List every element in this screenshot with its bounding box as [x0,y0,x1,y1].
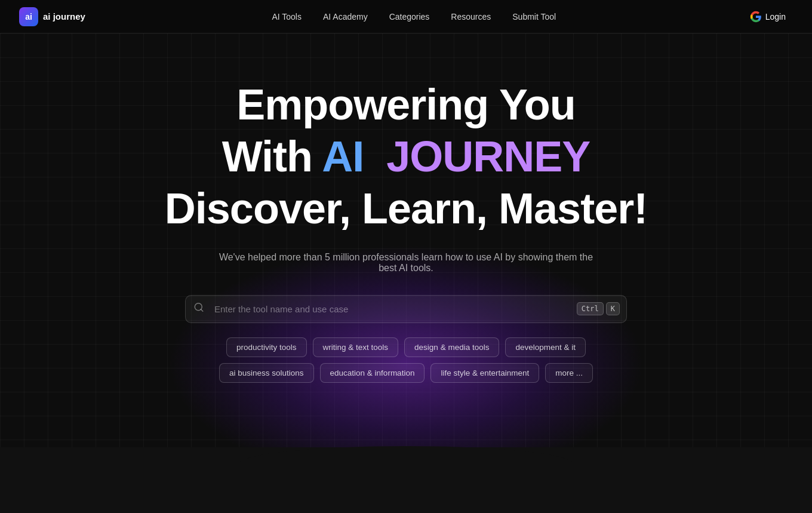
tags-container: productivity tools writing & text tools … [185,337,627,383]
hero-section: Empowering You With AI JOURNEY Discover,… [0,33,812,447]
nav-categories[interactable]: Categories [381,8,438,25]
logo-text: ai journey [43,11,85,21]
tag-ai-business-solutions[interactable]: ai business solutions [219,363,314,383]
nav-ai-academy[interactable]: AI Academy [315,8,376,25]
hero-content: Empowering You With AI JOURNEY Discover,… [137,81,675,383]
kbd-ctrl: Ctrl [577,302,604,315]
hero-title-line2: With AI JOURNEY [222,133,590,180]
search-container: Ctrl K [185,295,627,323]
hero-title-ai: AI [322,133,364,180]
nav-ai-tools[interactable]: AI Tools [263,8,310,25]
nav-links: AI Tools AI Academy Categories Resources… [263,8,564,25]
bottom-curve [239,446,573,464]
kbd-k: K [606,302,620,315]
nav-right: Login [743,7,793,26]
tag-lifestyle-entertainment[interactable]: life style & entertainment [430,363,539,383]
tag-development-it[interactable]: development & it [505,337,586,357]
search-input[interactable] [185,295,627,323]
nav-submit-tool[interactable]: Submit Tool [504,8,564,25]
hero-title-journey: JOURNEY [386,133,590,180]
tag-more[interactable]: more ... [545,363,593,383]
hero-title-line3: Discover, Learn, Master! [165,185,647,232]
hero-title-with: With [222,133,322,180]
nav-resources[interactable]: Resources [442,8,499,25]
hero-title-line1: Empowering You [236,81,575,128]
tag-writing-text-tools[interactable]: writing & text tools [313,337,399,357]
tag-design-media-tools[interactable]: design & media tools [404,337,499,357]
bottom-section [0,447,812,513]
tag-productivity-tools[interactable]: productivity tools [226,337,307,357]
keyboard-shortcut: Ctrl K [577,302,620,315]
tag-education-information[interactable]: education & information [320,363,425,383]
logo-icon: ai [19,7,38,26]
google-icon [750,11,762,23]
logo[interactable]: ai ai journey [19,7,85,26]
login-label: Login [765,12,786,21]
login-button[interactable]: Login [743,7,793,26]
hero-subtitle: We've helped more than 5 million profess… [215,252,597,274]
navbar: ai ai journey AI Tools AI Academy Catego… [0,0,812,33]
